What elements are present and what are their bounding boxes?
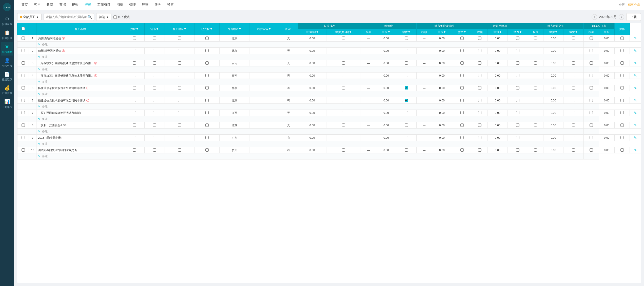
edit-icon-4[interactable]: ✎ [634,86,637,90]
nav-item-首页[interactable]: 首页 [18,0,31,10]
cb-zz-apply-5[interactable] [405,99,408,102]
cb-paid-7[interactable] [205,123,209,127]
cb-confirm-3[interactable] [178,74,181,77]
customer-name-7[interactable]: （勿删）江西股金-LSS [36,122,124,129]
customer-name-5[interactable]: 畅捷通信息技术股份有限公司民非测试ⓘ [36,97,124,104]
cb-paid-9[interactable] [205,148,209,152]
cb-chaoshui-8[interactable] [133,136,136,139]
cb-zz-apply-0[interactable] [405,37,408,40]
nav-item-服务[interactable]: 服务 [151,0,164,10]
customer-name-3[interactable]: （库存核算）直播畅捷通信息技术股份有限...ⓘ [36,73,124,79]
cb-confirm-0[interactable] [178,37,181,40]
nav-item-设置[interactable]: 设置 [164,0,177,10]
cb-chaoshui-5[interactable] [133,99,136,102]
vip-btn[interactable]: 稻客会员 [628,3,640,7]
cb-zz-apply-2[interactable] [405,61,408,65]
nav-item-记账[interactable]: 记账 [69,0,82,10]
download-btn[interactable]: 下载 [626,13,641,21]
sidebar-item-5[interactable]: 💰汇算清缴 [1,83,13,97]
customer-name-9[interactable]: 测试斯春的凭证打印的时候是否 [36,147,124,153]
cb-zz-apply-1[interactable] [405,49,408,52]
cb-qingka-0[interactable] [153,37,156,40]
cb-confirm-2[interactable] [178,61,181,65]
cb-qingka-7[interactable] [153,123,156,127]
cb-annual-3[interactable] [342,74,345,77]
sidebar-item-6[interactable]: 📊工商年报 [1,97,13,111]
cb-paid-4[interactable] [205,86,209,90]
cb-qingka-9[interactable] [153,148,156,152]
cb-confirm-1[interactable] [178,49,181,52]
remark-edit-icon-7[interactable]: ✎ [38,130,40,133]
row-checkbox-6[interactable] [22,111,25,114]
cb-zz-apply-3[interactable] [405,74,408,77]
row-checkbox-0[interactable] [22,37,25,40]
edit-icon-6[interactable]: ✎ [634,111,637,115]
named-checkbox[interactable] [113,15,117,19]
fullscreen-btn[interactable]: 全屏 [619,3,625,7]
cb-chaoshui-9[interactable] [133,148,136,152]
cb-confirm-5[interactable] [178,99,181,102]
sidebar-item-3[interactable]: 👤个税申报 [1,56,13,69]
edit-icon-0[interactable]: ✎ [634,36,637,40]
nav-item-报税[interactable]: 报税 [82,0,94,10]
cb-paid-0[interactable] [205,37,209,40]
sidebar-item-2[interactable]: 👁报税浏览 [1,42,13,56]
row-checkbox-3[interactable] [22,74,25,77]
nav-item-管理[interactable]: 管理 [126,0,139,10]
row-checkbox-5[interactable] [22,99,25,102]
cb-paid-1[interactable] [205,49,209,52]
cb-qingka-5[interactable] [153,99,156,102]
nav-item-客户[interactable]: 客户 [31,0,44,10]
cb-zz-apply-6[interactable] [405,111,408,114]
cb-annual-1[interactable] [342,49,345,52]
cb-annual-4[interactable] [342,86,345,90]
next-month-btn[interactable]: › [619,14,624,20]
row-checkbox-1[interactable] [22,49,25,52]
edit-icon-8[interactable]: ✎ [634,136,637,140]
remark-edit-icon-8[interactable]: ✎ [38,142,40,145]
cb-paid-8[interactable] [205,136,209,139]
remark-edit-icon-2[interactable]: ✎ [38,68,40,71]
cb-confirm-9[interactable] [178,148,181,152]
edit-icon-9[interactable]: ✎ [634,148,637,152]
remark-edit-icon-4[interactable]: ✎ [38,93,40,96]
cb-annual-2[interactable] [342,61,345,65]
search-input[interactable] [46,15,88,19]
row-checkbox-7[interactable] [22,123,25,127]
remark-edit-icon-1[interactable]: ✎ [38,55,40,58]
remark-edit-icon-6[interactable]: ✎ [38,117,40,120]
edit-icon-7[interactable]: ✎ [634,123,637,127]
cb-paid-2[interactable] [205,61,209,65]
cb-paid-6[interactable] [205,111,209,114]
cb-confirm-6[interactable] [178,111,181,114]
edit-icon-1[interactable]: ✎ [634,49,637,53]
cb-qingka-4[interactable] [153,86,156,90]
row-checkbox-9[interactable] [22,148,25,152]
cb-chaoshui-6[interactable] [133,111,136,114]
cb-annual-7[interactable] [342,123,345,127]
select-all-checkbox[interactable] [22,27,25,30]
cb-chaoshui-7[interactable] [133,123,136,127]
cb-qingka-6[interactable] [153,111,156,114]
cb-qingka-2[interactable] [153,61,156,65]
edit-icon-5[interactable]: ✎ [634,98,637,102]
cb-chaoshui-3[interactable] [133,74,136,77]
cb-qingka-8[interactable] [153,136,156,139]
customer-name-6[interactable]: （原）误删勿改李艳牙测试所套新1 [36,110,124,116]
edit-icon-3[interactable]: ✎ [634,74,637,78]
remark-edit-icon-9[interactable]: ✎ [38,155,40,158]
cb-qingka-1[interactable] [153,49,156,52]
cb-annual-0[interactable] [342,37,345,40]
nav-item-经营[interactable]: 经营 [139,0,151,10]
sidebar-item-0[interactable]: ⚙报税设置 [1,14,13,28]
cb-zz-apply-8[interactable] [405,136,408,139]
nav-item-工商项目[interactable]: 工商项目 [94,0,113,10]
row-checkbox-4[interactable] [22,86,25,90]
cb-paid-3[interactable] [205,74,209,77]
customer-name-2[interactable]: （库存核算）直播畅捷通信息技术股份有限...ⓘ [36,60,124,66]
row-checkbox-8[interactable] [22,136,25,139]
remark-edit-icon-5[interactable]: ✎ [38,105,40,108]
sidebar-item-4[interactable]: 📄报税记录 [1,69,13,83]
filter-btn[interactable]: 筛选 ▼ [96,13,111,21]
cb-zz-apply-9[interactable] [405,148,408,152]
